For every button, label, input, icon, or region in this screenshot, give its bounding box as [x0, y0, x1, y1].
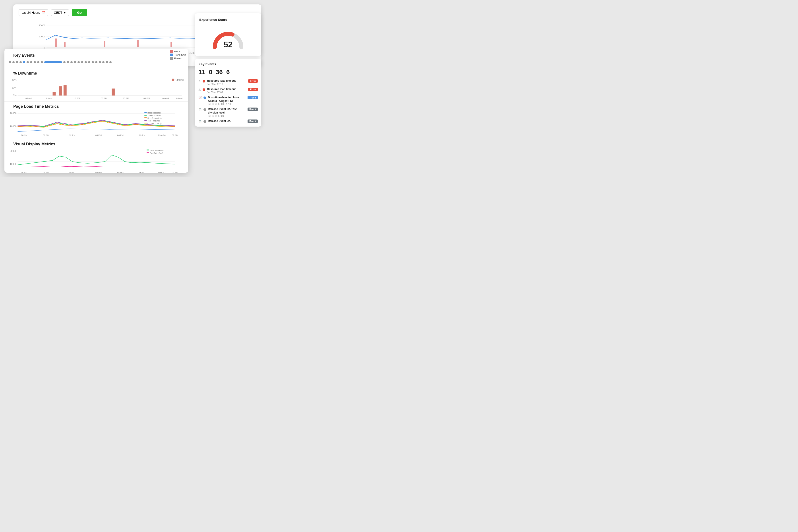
ke-event-text-2: Resource load timeout Jul 03 at 17:09 [207, 88, 246, 94]
alert-icon-2: ⚠ [198, 88, 201, 91]
legend-events-label: Events [174, 57, 182, 60]
svg-text:12 PM: 12 PM [69, 171, 75, 173]
ke-event-2: ⚠ Resource load timeout Jul 03 at 17:09 … [198, 88, 258, 94]
downtime-chart: 40% 20% 0% % Downtime 06 AM 09 AM 12 PM [9, 77, 184, 100]
event-dot [88, 61, 90, 63]
svg-rect-52 [144, 122, 147, 124]
event-dot [92, 61, 94, 63]
event-dot [102, 61, 105, 63]
event-dot-gray-2 [203, 120, 206, 123]
svg-text:03 AM: 03 AM [172, 134, 178, 136]
svg-text:03 AM: 03 AM [172, 171, 178, 173]
event-dot [37, 61, 39, 63]
dropdown-icon: ▼ [63, 11, 66, 14]
svg-text:03 PM: 03 PM [95, 134, 101, 136]
legend-alerts-label: Alerts [174, 50, 181, 53]
ke-event-text-4: Release Event OA Test-division level Jul… [208, 108, 246, 117]
legend-color-events [170, 57, 173, 60]
experience-score-card: Experience Score 52 [195, 13, 261, 56]
downtime-svg: 40% 20% 0% % Downtime 06 AM 09 AM 12 PM [9, 77, 184, 100]
ke-count-2: 0 [209, 69, 212, 76]
timezone-selector[interactable]: CEDT ▼ [51, 9, 69, 16]
svg-text:% Downtime: % Downtime [175, 79, 184, 81]
main-card: Key Events [4, 49, 188, 173]
svg-text:Content Load (m...: Content Load (m... [147, 122, 164, 125]
key-events-legend: Alerts Trend Shift Events [168, 49, 188, 62]
legend-color-trend [170, 54, 173, 56]
right-panel: Experience Score 52 Key Events 11 0 36 [195, 13, 261, 127]
gauge-container: 52 [199, 25, 257, 52]
legend-trend: Trend Shift [170, 54, 186, 56]
svg-text:Test Time (ms): Test Time (ms) [147, 120, 160, 122]
page-load-title: Page Load Time Metrics [9, 104, 184, 109]
visual-display-svg: 20000 10000 Time To Interact... First Pa… [9, 148, 184, 173]
event-dot-red-1 [203, 80, 205, 82]
event-dot [95, 61, 97, 63]
ke-event-name-5: Release Event OA [208, 119, 246, 123]
svg-rect-30 [172, 79, 174, 81]
svg-text:Mon 04: Mon 04 [162, 97, 169, 99]
svg-rect-10 [170, 42, 172, 48]
time-range-label: Las 24 Hours [21, 11, 40, 14]
ke-count-num-3: 36 [216, 69, 223, 76]
event-dot [77, 61, 80, 63]
ke-count-4: 6 [226, 69, 230, 76]
svg-text:09 AM: 09 AM [46, 97, 53, 99]
ke-event-4: 📋 Release Event OA Test-division level J… [198, 108, 258, 117]
event-dot [19, 61, 22, 63]
svg-text:Mon 04: Mon 04 [158, 171, 166, 173]
event-dot [16, 61, 18, 63]
ke-event-text-1: Resource load timeout Jul 03 at 17:10 [207, 79, 246, 86]
svg-text:Time To Interact...: Time To Interact... [150, 149, 165, 152]
svg-rect-44 [144, 112, 147, 113]
trend-icon-1: 📈 [198, 96, 202, 99]
ke-event-time-3: Jul 03 at 17:00 - 17:00 [208, 103, 246, 105]
ke-event-3: 📈 Downtime detected from Atlanta - Cogen… [198, 96, 258, 105]
event-dot [74, 61, 76, 63]
ke-badge-event-1: Event [247, 108, 258, 111]
svg-text:09 PM: 09 PM [139, 171, 146, 173]
svg-rect-7 [64, 42, 66, 48]
svg-text:06 AM: 06 AM [25, 97, 32, 99]
legend-trend-label: Trend Shift [174, 54, 186, 56]
ke-event-text-5: Release Event OA [208, 119, 246, 123]
event-dot [13, 61, 15, 63]
event-dot-blue-1 [203, 96, 206, 99]
svg-rect-66 [147, 150, 149, 151]
experience-score-value: 52 [224, 40, 233, 49]
ke-event-name-1: Resource load timeout [207, 79, 246, 83]
event-dot [106, 61, 108, 63]
go-button[interactable]: Go [72, 9, 87, 16]
event-trend-line [44, 61, 62, 63]
svg-text:10000: 10000 [39, 35, 45, 38]
ke-badge-event-2: Event [247, 119, 258, 123]
svg-text:09 AM: 09 AM [43, 134, 49, 136]
svg-rect-68 [147, 152, 149, 153]
svg-text:12 PM: 12 PM [69, 134, 75, 136]
event-dot [85, 61, 87, 63]
svg-text:06 AM: 06 AM [21, 134, 27, 136]
svg-text:Time to interact...: Time to interact... [147, 114, 163, 117]
svg-text:0%: 0% [13, 94, 17, 97]
alert-icon-1: ⚠ [198, 80, 201, 83]
page-load-svg: 20000 10000 Base Response Time [9, 111, 184, 137]
svg-text:12 PM: 12 PM [74, 97, 80, 99]
event-dot [67, 61, 69, 63]
svg-text:09 PM: 09 PM [139, 134, 146, 136]
ke-badge-trend-1: Trend [247, 96, 258, 99]
key-events-list: ⚠ Resource load timeout Jul 03 at 17:10 … [198, 79, 258, 123]
svg-text:06 PM: 06 PM [123, 97, 129, 99]
event-dot [41, 61, 43, 63]
svg-rect-28 [63, 85, 67, 95]
legend-color-alerts [170, 50, 173, 53]
svg-text:09 PM: 09 PM [144, 97, 150, 99]
ke-event-name-3: Downtime detected from Atlanta - Cogent … [208, 96, 246, 103]
svg-text:10000: 10000 [10, 125, 16, 128]
visual-display-section: Visual Display Metrics 20000 10000 Time … [4, 140, 188, 173]
event-dot [63, 61, 66, 63]
svg-text:First Paint (ms): First Paint (ms) [150, 152, 163, 154]
legend-alerts: Alerts [170, 50, 186, 53]
time-range-selector[interactable]: Las 24 Hours 📅 [19, 9, 48, 16]
ke-event-text-3: Downtime detected from Atlanta - Cogent … [208, 96, 246, 105]
svg-rect-29 [112, 89, 115, 96]
